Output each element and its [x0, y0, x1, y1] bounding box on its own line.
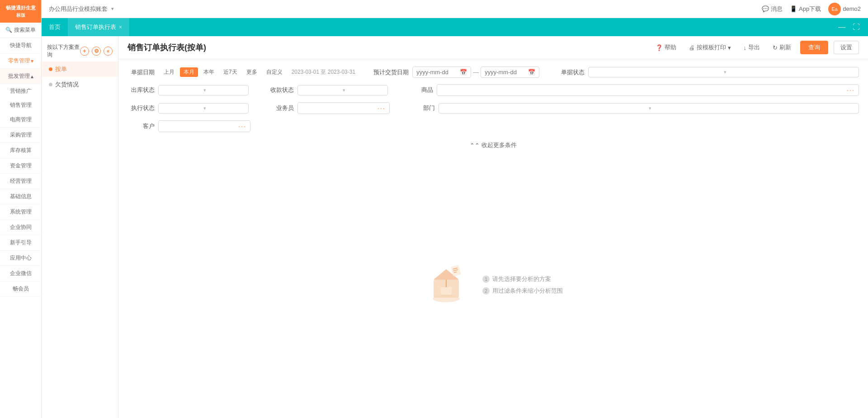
- industry-dropdown-icon[interactable]: ▾: [111, 6, 114, 12]
- department-label: 部门: [408, 104, 435, 112]
- salesperson-text-input[interactable]: [302, 105, 377, 112]
- sidebar-item-operations[interactable]: 经营管理: [0, 174, 41, 189]
- sidebar-item-app-center[interactable]: 应用中心: [0, 251, 41, 266]
- goods-text-input[interactable]: [441, 87, 847, 94]
- filter-row-4: 客户 ···: [127, 120, 859, 132]
- print-dropdown-icon: ▾: [728, 44, 731, 51]
- tab-home[interactable]: 首页: [42, 18, 68, 36]
- sidebar-item-enterprise-wechat[interactable]: 企业微信: [0, 266, 41, 281]
- expected-date-end-input[interactable]: [485, 69, 528, 76]
- receive-status-label: 收款状态: [267, 86, 294, 94]
- date-this-year-btn[interactable]: 本年: [200, 67, 218, 77]
- app-logo: 畅捷通好生意 标版: [0, 0, 41, 23]
- empty-text: 1 请先选择要分析的方案 2 用过滤条件来缩小分析范围: [482, 275, 563, 295]
- sidebar-item-system[interactable]: 系统管理: [0, 204, 41, 220]
- expected-date-range: 📅 — 📅: [412, 66, 539, 78]
- date-prev-btn[interactable]: 上月: [160, 67, 178, 77]
- sidebar-item-member[interactable]: 畅会员: [0, 281, 41, 297]
- plan-item-by-order[interactable]: 按单: [42, 62, 118, 77]
- retail-label: 零售管理: [8, 57, 30, 65]
- filter-row-1: 单据日期 上月 本月 本年 近7天 更多 自定义 2023-03-01 至 20…: [127, 66, 859, 78]
- sidebar-item-basic-info[interactable]: 基础信息: [0, 189, 41, 204]
- receive-status-select[interactable]: ▾: [297, 85, 388, 95]
- user-avatar-btn[interactable]: Ea demo2: [828, 3, 861, 15]
- tab-sales-order-label: 销售订单执行表: [75, 23, 116, 31]
- expected-date-start[interactable]: 📅: [412, 66, 471, 78]
- settings-icon: ⚙: [94, 48, 99, 54]
- tab-minimize-icon[interactable]: —: [835, 21, 848, 33]
- calendar-icon: 📅: [460, 69, 467, 76]
- sidebar-item-sales[interactable]: 销售管理: [0, 98, 41, 112]
- left-panel-title: 按以下方案查询: [47, 43, 80, 59]
- refresh-icon: ↻: [773, 44, 778, 51]
- expected-date-cell: 预计交货日期 📅 — 📅: [373, 66, 539, 78]
- collapse-filter-btn[interactable]: ⌃⌃ 收起更多条件: [127, 138, 859, 152]
- tab-sales-order[interactable]: 销售订单执行表 ×: [68, 18, 129, 36]
- date-more-btn[interactable]: 更多: [243, 67, 261, 77]
- doc-status-select[interactable]: ▾: [588, 67, 859, 77]
- page-actions: ❓ 帮助 🖨 按模板打印 ▾ ↓ 导出 ↻ 刷新: [652, 41, 859, 54]
- salesperson-input[interactable]: ···: [297, 102, 390, 114]
- sidebar-item-retail[interactable]: 零售管理 ▾: [0, 53, 41, 69]
- sidebar: 畅捷通好生意 标版 🔍 搜索菜单 快捷导航 零售管理 ▾ 批发管理 ▴ 营销推广…: [0, 0, 42, 418]
- salesperson-more-icon[interactable]: ···: [377, 104, 386, 112]
- print-btn[interactable]: 🖨 按模板打印 ▾: [685, 42, 735, 53]
- doc-status-arrow: ▾: [724, 69, 855, 75]
- collapse-icon: ▴: [31, 73, 33, 80]
- tab-bar: 首页 销售订单执行表 × — ⛶: [42, 18, 868, 36]
- settings-plan-btn[interactable]: ⚙: [92, 47, 101, 56]
- industry-title: 办公用品行业模拟账套: [49, 5, 108, 13]
- active-dot: [49, 67, 52, 71]
- sidebar-item-newcomer[interactable]: 新手引导: [0, 235, 41, 251]
- empty-hint-2: 2 用过滤条件来缩小分析范围: [482, 287, 563, 295]
- exec-status-select[interactable]: ▾: [158, 103, 249, 114]
- query-button[interactable]: 查询: [800, 41, 828, 54]
- date-custom-btn[interactable]: 自定义: [263, 67, 286, 77]
- settings-button[interactable]: 设置: [834, 41, 859, 54]
- tab-expand-icon[interactable]: ⛶: [850, 21, 863, 33]
- search-menu[interactable]: 🔍 搜索菜单: [0, 23, 41, 38]
- help-btn[interactable]: ❓ 帮助: [652, 42, 680, 53]
- logo-text: 畅捷通好生意: [6, 5, 36, 11]
- doc-status-cell: 单据状态 ▾: [557, 67, 859, 77]
- download-icon: 📱: [790, 5, 797, 12]
- out-status-select[interactable]: ▾: [158, 85, 249, 95]
- date-range-text: 2023-03-01 至 2023-03-31: [292, 68, 355, 76]
- message-btn[interactable]: 💬 消息: [762, 5, 783, 13]
- svg-rect-3: [441, 287, 452, 294]
- tab-controls: — ⛶: [835, 18, 868, 36]
- sidebar-item-inventory[interactable]: 库存核算: [0, 143, 41, 158]
- plan-item-backorder[interactable]: 欠货情况: [42, 77, 118, 92]
- sidebar-item-ecommerce[interactable]: 电商管理: [0, 112, 41, 128]
- customer-input[interactable]: ···: [158, 120, 250, 132]
- left-panel-header: 按以下方案查询 + ⚙ «: [42, 41, 118, 62]
- goods-input[interactable]: ···: [437, 84, 859, 96]
- collapse-label: 收起更多条件: [481, 141, 517, 149]
- app-download-btn[interactable]: 📱 App下载: [790, 5, 821, 13]
- expected-date-start-input[interactable]: [416, 69, 460, 76]
- sidebar-item-purchase[interactable]: 采购管理: [0, 128, 41, 143]
- sidebar-item-enterprise[interactable]: 企业协同: [0, 220, 41, 235]
- customer-more-icon[interactable]: ···: [238, 123, 246, 130]
- tab-close-icon[interactable]: ×: [119, 24, 122, 30]
- goods-more-icon[interactable]: ···: [847, 86, 855, 94]
- receive-status-arrow: ▾: [343, 87, 384, 93]
- date-this-month-btn[interactable]: 本月: [180, 67, 198, 77]
- calendar-icon-end: 📅: [528, 69, 535, 76]
- sidebar-item-finance[interactable]: 资金管理: [0, 158, 41, 174]
- collapse-panel-btn[interactable]: «: [104, 47, 113, 56]
- date-7days-btn[interactable]: 近7天: [220, 67, 241, 77]
- customer-label: 客户: [127, 122, 155, 130]
- sidebar-item-quick-nav[interactable]: 快捷导航: [0, 38, 41, 53]
- topbar: 办公用品行业模拟账套 ▾ 💬 消息 📱 App下载 Ea demo2: [42, 0, 868, 18]
- sidebar-item-wholesale[interactable]: 批发管理 ▴: [0, 69, 41, 84]
- refresh-label: 刷新: [779, 43, 791, 52]
- department-select[interactable]: ▾: [439, 103, 859, 114]
- customer-text-input[interactable]: [162, 123, 238, 130]
- sidebar-item-marketing[interactable]: 营销推广: [0, 84, 41, 98]
- export-btn[interactable]: ↓ 导出: [740, 42, 764, 53]
- add-plan-btn[interactable]: +: [80, 47, 89, 56]
- expected-date-end[interactable]: 📅: [481, 66, 539, 78]
- refresh-btn[interactable]: ↻ 刷新: [769, 42, 795, 53]
- salesperson-label: 业务员: [267, 104, 294, 112]
